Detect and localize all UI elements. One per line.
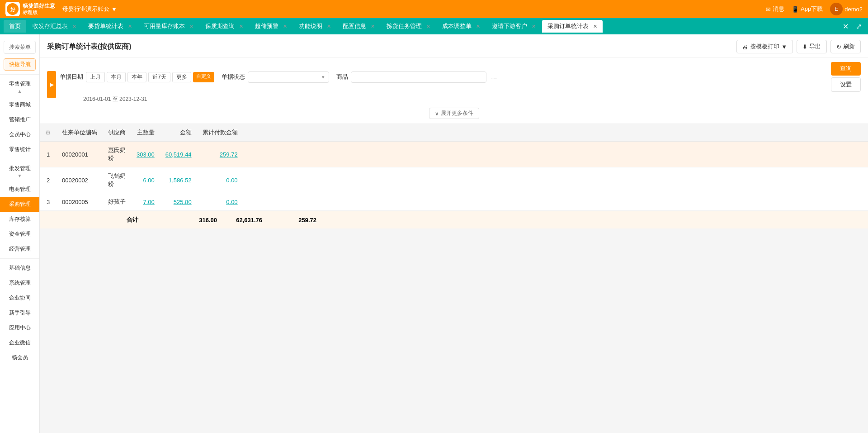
sidebar-item-app-center[interactable]: 应用中心	[0, 320, 39, 335]
tab-keyongliang[interactable]: 可用量库存账本 ✕	[138, 20, 199, 33]
col-paid: 累计付款金额	[197, 124, 243, 142]
tab-home[interactable]: 首页	[4, 20, 26, 33]
date-btn-this-month[interactable]: 本月	[107, 72, 126, 82]
date-label: 单据日期	[60, 73, 83, 81]
cell-qty-1[interactable]: 303.00	[131, 142, 160, 167]
tab-yaoqing[interactable]: 邀请下游客户 ✕	[486, 20, 541, 33]
cell-qty-2[interactable]: 6.00	[131, 167, 160, 193]
cell-code-1: 00020001	[57, 142, 103, 167]
col-gear: ⚙	[40, 124, 57, 142]
tab-jianhuo[interactable]: 拣货任务管理 ✕	[381, 20, 436, 33]
main-layout: 搜索菜单 快捷导航 零售管理 ▲ 零售商城 营销推广 会员中心 零售统计 批发管…	[0, 34, 868, 433]
goods-input[interactable]	[351, 71, 486, 83]
top-bar: 好 畅捷通好生意 标题版 母婴行业演示账套 ▼ ✉ 消息 📱 App下载 E d…	[0, 0, 868, 18]
cell-supplier-3: 好孩子	[103, 193, 131, 211]
workspace-name: 母婴行业演示账套	[62, 5, 109, 13]
table-header-row: ⚙ 往来单位编码 供应商 主数量 金额 累计付款金额	[40, 124, 868, 142]
date-btn-more[interactable]: 更多	[172, 72, 191, 82]
tab-yaohuo[interactable]: 要货单统计表 ✕	[83, 20, 137, 33]
date-btn-this-year[interactable]: 本年	[127, 72, 146, 82]
close-icon[interactable]: ✕	[189, 24, 193, 29]
tab-caigou-active[interactable]: 采购订单统计表 ✕	[542, 20, 603, 33]
app-download-btn[interactable]: 📱 App下载	[792, 5, 823, 13]
chevron-down-icon: ▲	[18, 89, 22, 94]
filter-toggle-btn[interactable]: ▶	[47, 71, 56, 98]
close-icon[interactable]: ✕	[327, 24, 331, 29]
sidebar-item-marketing[interactable]: 营销推广	[0, 112, 39, 127]
nav-expand-btn[interactable]: ⤢	[853, 21, 864, 32]
sidebar-item-retail-mgmt[interactable]: 零售管理 ▲	[0, 76, 39, 97]
cell-amount-1[interactable]: 60,519.44	[160, 142, 197, 167]
quick-nav-btn[interactable]: 快捷导航	[4, 58, 36, 71]
date-btn-7days[interactable]: 近7天	[148, 72, 170, 82]
gear-icon[interactable]: ⚙	[45, 129, 51, 136]
sidebar-item-purchase[interactable]: 采购管理	[0, 197, 39, 212]
col-empty	[243, 124, 868, 142]
sidebar-item-ecommerce[interactable]: 电商管理	[0, 182, 39, 197]
tab-gongneng[interactable]: 功能说明 ✕	[293, 20, 336, 33]
sidebar-item-newbie[interactable]: 新手引导	[0, 305, 39, 320]
sidebar-item-enterprise[interactable]: 企业协同	[0, 290, 39, 305]
user-area[interactable]: E demo2	[830, 3, 863, 15]
footer-empty-3	[316, 216, 863, 224]
sidebar-item-retail-shop[interactable]: 零售商城	[0, 97, 39, 112]
query-btn[interactable]: 查询	[831, 62, 861, 76]
cell-empty-3	[243, 193, 868, 211]
filter-content: 单据日期 上月 本月 本年 近7天 更多 自定义	[60, 62, 861, 105]
tab-chengben[interactable]: 成本调整单 ✕	[437, 20, 486, 33]
cell-paid-1[interactable]: 259.72	[197, 142, 243, 167]
settings-btn[interactable]: 设置	[831, 77, 861, 92]
tab-shoufacun[interactable]: 收发存汇总表 ✕	[27, 20, 82, 33]
status-select[interactable]	[248, 71, 329, 83]
table-row: 2 00020002 飞鹤奶粉 6.00 1,586.52 0.00	[40, 167, 868, 193]
sidebar-item-operations[interactable]: 经营管理	[0, 242, 39, 257]
col-code: 往来单位编码	[57, 124, 103, 142]
cell-supplier-2: 飞鹤奶粉	[103, 167, 131, 193]
close-icon[interactable]: ✕	[283, 24, 287, 29]
cell-code-2: 00020002	[57, 167, 103, 193]
sidebar-item-members[interactable]: 会员中心	[0, 127, 39, 142]
sidebar-item-retail-stats[interactable]: 零售统计	[0, 142, 39, 157]
filter-section: ▶ 单据日期 上月 本月 本年 近7天 更多	[40, 57, 868, 124]
status-select-wrapper	[248, 71, 329, 83]
refresh-btn[interactable]: ↻ 刷新	[830, 40, 861, 53]
export-icon: ⬇	[802, 43, 807, 50]
sidebar-item-inventory[interactable]: 库存核算	[0, 212, 39, 227]
message-btn[interactable]: ✉ 消息	[766, 5, 784, 13]
close-icon[interactable]: ✕	[239, 24, 243, 29]
row-num-2: 2	[40, 167, 57, 193]
tab-peizhi[interactable]: 配置信息 ✕	[337, 20, 380, 33]
sidebar-item-wholesale[interactable]: 批发管理 ▼	[0, 161, 39, 182]
footer-amount: 62,631.76	[217, 216, 262, 224]
nav-close-btn[interactable]: ✕	[840, 21, 851, 32]
cell-amount-3[interactable]: 525.80	[160, 193, 197, 211]
close-icon[interactable]: ✕	[476, 24, 480, 29]
close-icon[interactable]: ✕	[532, 24, 536, 29]
cell-amount-2[interactable]: 1,586.52	[160, 167, 197, 193]
sidebar-item-basic-info[interactable]: 基础信息	[0, 261, 39, 276]
cell-qty-3[interactable]: 7.00	[131, 193, 160, 211]
close-icon[interactable]: ✕	[371, 24, 375, 29]
expand-more-btn[interactable]: ∨ 展开更多条件	[429, 108, 479, 119]
tab-chaochu[interactable]: 超储预警 ✕	[250, 20, 292, 33]
cell-paid-2[interactable]: 0.00	[197, 167, 243, 193]
close-icon[interactable]: ✕	[593, 24, 597, 29]
sidebar-item-wechat[interactable]: 企业微信	[0, 335, 39, 350]
workspace-selector[interactable]: 母婴行业演示账套 ▼	[59, 4, 121, 14]
footer-empty-2	[63, 216, 127, 224]
close-icon[interactable]: ✕	[426, 24, 430, 29]
date-btn-last-month[interactable]: 上月	[86, 72, 105, 82]
tab-baozhi[interactable]: 保质期查询 ✕	[200, 20, 249, 33]
sidebar-item-system[interactable]: 系统管理	[0, 276, 39, 290]
nav-tabs: 首页 收发存汇总表 ✕ 要货单统计表 ✕ 可用量库存账本 ✕ 保质期查询 ✕ 超…	[0, 18, 868, 34]
sidebar-item-finance[interactable]: 资金管理	[0, 227, 39, 242]
close-icon[interactable]: ✕	[128, 24, 132, 29]
export-btn[interactable]: ⬇ 导出	[797, 40, 827, 53]
search-menu-btn[interactable]: 搜索菜单	[4, 41, 36, 54]
close-icon[interactable]: ✕	[72, 24, 76, 29]
sidebar-item-vip[interactable]: 畅会员	[0, 350, 39, 365]
more-options-icon[interactable]: …	[491, 73, 497, 81]
print-btn[interactable]: 🖨 按模板打印 ▼	[736, 40, 793, 53]
cell-paid-3[interactable]: 0.00	[197, 193, 243, 211]
page-actions: 🖨 按模板打印 ▼ ⬇ 导出 ↻ 刷新	[736, 40, 861, 53]
